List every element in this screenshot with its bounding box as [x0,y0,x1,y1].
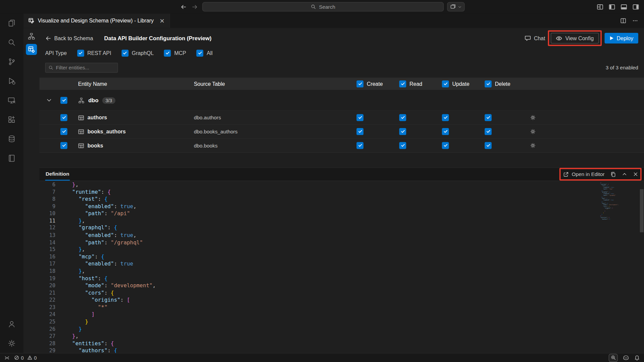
tab-visualize-schema[interactable]: Visualize and Design Schema (Preview) - … [23,13,170,28]
column-source-table: Source Table [188,81,352,87]
zoom-button[interactable] [609,354,618,362]
source-table: dbo.books [188,143,352,148]
library-view-icon[interactable] [0,13,23,33]
dab-config-icon[interactable] [26,44,37,55]
problems-indicator[interactable]: 0 0 [14,355,37,361]
checkbox-all[interactable] [197,50,204,57]
code-line-11: 11 }, [40,217,644,225]
tab-close-icon[interactable]: ✕ [159,18,164,24]
api-option-label: REST API [87,50,111,56]
row-select-checkbox[interactable] [60,114,67,121]
code-line-28: 28 "entities": { [40,340,644,347]
schema-visualizer-icon[interactable] [26,31,37,42]
toggle-panel-icon[interactable] [621,3,627,10]
group-select-checkbox[interactable] [60,97,67,104]
api-option-graphql[interactable]: GraphQL [121,50,154,57]
delete-checkbox[interactable] [485,114,492,121]
json-editor[interactable]: 6 },7 "runtime": {8 "rest": {9 "enabled"… [40,181,644,353]
update-checkbox[interactable] [442,142,449,149]
api-option-mcp[interactable]: MCP [164,50,186,57]
create-column-checkbox[interactable] [357,80,364,87]
delete-column-checkbox[interactable] [485,80,492,87]
delete-checkbox[interactable] [485,128,492,135]
row-settings-gear-icon[interactable] [530,128,644,134]
read-column-checkbox[interactable] [399,80,406,87]
nav-back-icon[interactable] [179,3,187,11]
create-checkbox[interactable] [357,114,364,121]
chat-button[interactable]: Chat [525,35,545,42]
code-lines: 6 },7 "runtime": {8 "rest": {9 "enabled"… [40,181,644,353]
code-line-13: 13 "enabled": true, [40,232,644,239]
api-option-all[interactable]: All [197,50,213,57]
update-column-checkbox[interactable] [442,80,449,87]
code-line-6: 6 }, [40,181,644,188]
open-in-editor-button[interactable]: Open in Editor [563,171,605,177]
account-icon[interactable] [0,314,23,334]
editor-scrollbar[interactable] [640,181,644,353]
settings-gear-icon[interactable] [0,334,23,353]
more-actions-icon[interactable] [632,18,638,24]
back-to-schema-link[interactable]: Back to Schema [45,35,93,41]
definition-tab[interactable]: Definition [45,168,70,181]
toggle-sidebar-icon[interactable] [609,3,615,10]
read-checkbox[interactable] [399,128,406,135]
code-line-26: 26 } [40,325,644,333]
extensions-icon[interactable] [0,110,23,129]
column-update: Update [452,81,469,87]
database-projects-icon[interactable] [0,129,23,149]
checkbox-rest-api[interactable] [77,50,84,57]
collapse-panel-icon[interactable] [622,172,627,177]
nav-forward-icon[interactable] [191,3,199,11]
customize-layout-icon[interactable] [597,3,603,10]
table-header-row: Entity Name Source Table Create Read [40,77,644,90]
code-line-7: 7 "runtime": { [40,188,644,196]
remote-explorer-icon[interactable] [0,91,23,110]
checkbox-mcp[interactable] [164,50,171,57]
delete-checkbox[interactable] [485,142,492,149]
deploy-button-label: Deploy [617,35,634,41]
filter-entities-input[interactable] [56,65,115,70]
row-settings-gear-icon[interactable] [530,142,644,148]
layout-control[interactable] [447,2,465,11]
toggle-secondary-sidebar-icon[interactable] [633,3,639,10]
read-checkbox[interactable] [399,142,406,149]
schema-icon [78,97,85,104]
deploy-button[interactable]: Deploy [604,33,638,44]
code-line-24: 24 ] [40,311,644,318]
run-debug-icon[interactable] [0,71,23,91]
collapse-chevron-icon[interactable] [40,97,58,103]
back-link-label: Back to Schema [54,35,93,41]
entity-row-books[interactable]: booksdbo.books [40,139,644,153]
definition-panel-header: Definition Open in Editor [40,168,644,181]
row-select-checkbox[interactable] [60,142,67,149]
schema-group-row[interactable]: dbo 3/3 [40,93,644,108]
update-checkbox[interactable] [442,128,449,135]
row-select-checkbox[interactable] [60,128,67,135]
split-editor-icon[interactable] [620,18,626,24]
view-config-button[interactable]: View Config [551,33,599,44]
notebook-view-icon[interactable] [0,148,23,168]
open-in-editor-label: Open in Editor [572,171,605,177]
create-checkbox[interactable] [357,142,364,149]
entity-row-books-authors[interactable]: books_authorsdbo.books_authors [40,125,644,139]
entity-row-authors[interactable]: authorsdbo.authors [40,111,644,125]
close-panel-icon[interactable] [633,172,638,177]
read-checkbox[interactable] [399,114,406,121]
api-option-rest-api[interactable]: REST API [77,50,111,57]
global-search-input[interactable]: Search [202,2,444,11]
webview-rail [23,28,40,353]
filter-entities-field[interactable] [45,63,118,72]
copilot-icon[interactable] [623,355,629,361]
copy-icon[interactable] [610,171,616,177]
update-checkbox[interactable] [442,114,449,121]
source-table: dbo.books_authors [188,129,352,134]
source-control-icon[interactable] [0,52,23,72]
remote-indicator[interactable] [4,355,10,361]
row-settings-gear-icon[interactable] [530,115,644,121]
warnings-count: 0 [34,355,37,361]
create-checkbox[interactable] [357,128,364,135]
definition-panel-actions: Open in Editor [563,171,638,177]
search-view-icon[interactable] [0,33,23,52]
notifications-bell-icon[interactable] [634,355,640,361]
checkbox-graphql[interactable] [121,50,128,57]
